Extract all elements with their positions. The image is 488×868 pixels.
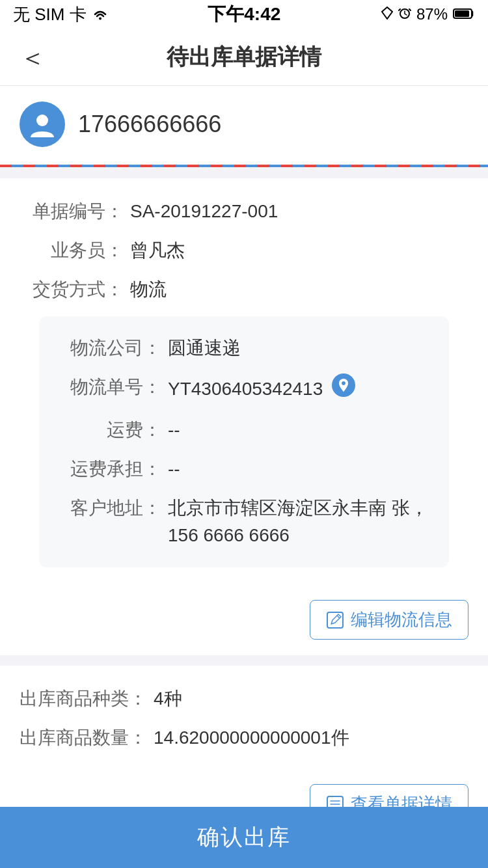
freight-label: 运费： bbox=[57, 416, 161, 444]
customer-phone: 17666666666 bbox=[78, 111, 221, 138]
map-pin-icon[interactable] bbox=[332, 373, 355, 405]
logistics-tracking-label: 物流单号： bbox=[57, 373, 161, 401]
edit-icon bbox=[326, 611, 344, 629]
logistics-company-label: 物流公司： bbox=[57, 334, 161, 362]
goods-types-value: 4种 bbox=[147, 685, 468, 712]
document-no-row: 单据编号： SA-20191227-001 bbox=[20, 198, 468, 225]
address-label: 客户地址： bbox=[57, 495, 161, 522]
logistics-tracking-value: YT4306405342413 bbox=[161, 373, 431, 405]
page-title: 待出库单据详情 bbox=[167, 42, 321, 72]
delivery-row: 交货方式： 物流 bbox=[20, 276, 468, 303]
freight-bearer-value: -- bbox=[161, 455, 431, 483]
status-right: 87% bbox=[381, 5, 475, 23]
goods-types-label: 出库商品种类： bbox=[20, 685, 147, 712]
battery-percentage: 87% bbox=[416, 5, 448, 23]
edit-btn-row: 编辑物流信息 bbox=[0, 587, 488, 655]
address-value: 北京市市辖区海淀区永丰南 张，156 6666 6666 bbox=[161, 495, 431, 549]
edit-logistics-label: 编辑物流信息 bbox=[351, 608, 452, 631]
back-button[interactable]: ＜ bbox=[20, 44, 46, 70]
confirm-btn-container[interactable]: 确认出库 bbox=[0, 807, 488, 868]
svg-rect-6 bbox=[327, 612, 343, 628]
freight-bearer-label: 运费承担： bbox=[57, 455, 161, 483]
logistics-company-value: 圆通速递 bbox=[161, 334, 431, 362]
confirm-outbound-button[interactable]: 确认出库 bbox=[197, 824, 291, 849]
freight-row: 运费： -- bbox=[57, 416, 431, 444]
customer-header: 17666666666 bbox=[0, 86, 488, 163]
customer-avatar bbox=[20, 102, 65, 147]
status-left: 无 SIM 卡 bbox=[13, 3, 107, 26]
svg-rect-3 bbox=[455, 10, 469, 17]
salesman-label: 业务员： bbox=[20, 237, 124, 264]
status-bar: 无 SIM 卡 下午4:42 87% bbox=[0, 0, 488, 29]
nav-bar: ＜ 待出库单据详情 bbox=[0, 29, 488, 86]
section-divider bbox=[0, 655, 488, 666]
goods-quantity-row: 出库商品数量： 14.620000000000001件 bbox=[20, 724, 468, 752]
logistics-tracking-row: 物流单号： YT4306405342413 bbox=[57, 373, 431, 405]
address-row: 客户地址： 北京市市辖区海淀区永丰南 张，156 6666 6666 bbox=[57, 495, 431, 549]
dashed-divider bbox=[0, 163, 488, 168]
delivery-label: 交货方式： bbox=[20, 276, 124, 303]
logistics-company-row: 物流公司： 圆通速递 bbox=[57, 334, 431, 362]
freight-value: -- bbox=[161, 416, 431, 444]
freight-bearer-row: 运费承担： -- bbox=[57, 455, 431, 483]
battery-icon bbox=[453, 5, 475, 23]
goods-types-row: 出库商品种类： 4种 bbox=[20, 685, 468, 712]
svg-point-4 bbox=[36, 115, 48, 126]
logistics-card: 物流公司： 圆通速递 物流单号： YT4306405342413 运费： -- … bbox=[39, 316, 449, 567]
goods-section: 出库商品种类： 4种 出库商品数量： 14.620000000000001件 bbox=[0, 666, 488, 771]
sim-card-icon bbox=[93, 5, 107, 25]
goods-quantity-label: 出库商品数量： bbox=[20, 724, 147, 752]
tracking-number: YT4306405342413 bbox=[168, 375, 323, 403]
salesman-value: 曾凡杰 bbox=[124, 237, 468, 264]
location-status-icon bbox=[381, 5, 393, 23]
order-info-section: 单据编号： SA-20191227-001 业务员： 曾凡杰 交货方式： 物流 … bbox=[0, 178, 488, 587]
svg-point-0 bbox=[99, 17, 102, 20]
document-no-value: SA-20191227-001 bbox=[124, 198, 468, 225]
document-no-label: 单据编号： bbox=[20, 198, 124, 225]
edit-logistics-button[interactable]: 编辑物流信息 bbox=[310, 600, 468, 640]
no-sim-text: 无 SIM 卡 bbox=[13, 3, 87, 26]
delivery-value: 物流 bbox=[124, 276, 468, 303]
goods-quantity-value: 14.620000000000001件 bbox=[147, 724, 468, 752]
status-time: 下午4:42 bbox=[208, 2, 280, 27]
alarm-icon bbox=[398, 5, 411, 23]
salesman-row: 业务员： 曾凡杰 bbox=[20, 237, 468, 264]
